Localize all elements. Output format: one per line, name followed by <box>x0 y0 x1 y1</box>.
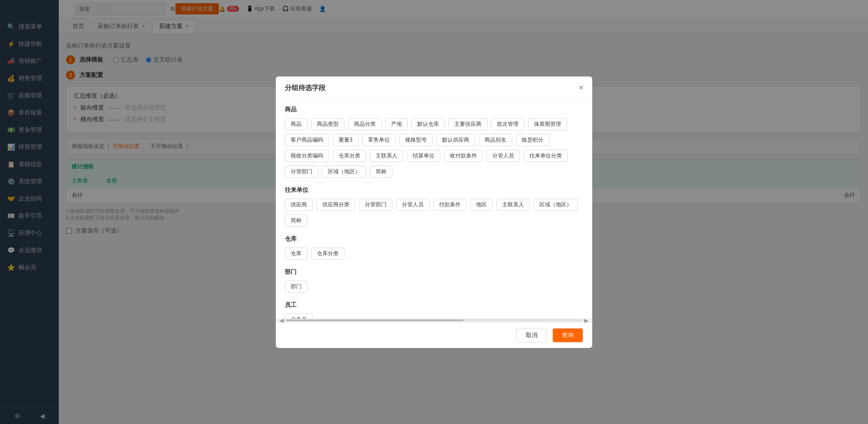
field-tag-goods-20[interactable]: 分管人员 <box>486 150 520 162</box>
field-tag-goods-7[interactable]: 保质期管理 <box>528 118 567 130</box>
modal-title: 分组待选字段 <box>285 84 326 92</box>
section-title-employee: 员工 <box>285 301 583 309</box>
modal-overlay: 分组待选字段 × 商品商品商品类型商品分类产地默认仓库主要供应商批次管理保质期管… <box>0 0 868 424</box>
section-tags-warehouse: 仓库仓库分类 <box>285 248 583 260</box>
field-tag-partner-5[interactable]: 地区 <box>470 199 493 211</box>
field-tag-goods-4[interactable]: 默认仓库 <box>411 118 445 130</box>
modal-header: 分组待选字段 × <box>276 76 592 98</box>
modal-footer: 取消 查询 <box>276 322 592 348</box>
field-tag-goods-21[interactable]: 往来单位分类 <box>524 150 568 162</box>
field-tag-partner-0[interactable]: 供应商 <box>285 199 313 211</box>
section-tags-employee: 业务员 <box>285 314 583 319</box>
field-tag-goods-13[interactable]: 商品别名 <box>479 134 512 146</box>
section-department: 部门部门 <box>285 268 583 293</box>
field-tag-goods-8[interactable]: 客户商品编码 <box>285 134 329 146</box>
section-title-warehouse: 仓库 <box>285 235 583 243</box>
modal-body: 商品商品商品类型商品分类产地默认仓库主要供应商批次管理保质期管理客户商品编码重量… <box>276 98 592 319</box>
cancel-button[interactable]: 取消 <box>516 328 547 343</box>
field-tag-goods-16[interactable]: 仓库分类 <box>333 150 366 162</box>
field-tag-goods-17[interactable]: 主联系人 <box>370 150 403 162</box>
confirm-button[interactable]: 查询 <box>552 328 583 343</box>
modal-horizontal-scrollbar[interactable]: ◀ ▶ <box>276 319 592 322</box>
field-tag-employee-0[interactable]: 业务员 <box>285 314 313 319</box>
section-tags-department: 部门 <box>285 281 583 293</box>
section-warehouse: 仓库仓库仓库分类 <box>285 235 583 260</box>
section-title-department: 部门 <box>285 268 583 276</box>
field-tag-partner-7[interactable]: 区域（地区） <box>533 199 578 211</box>
field-tag-goods-2[interactable]: 商品分类 <box>348 118 382 130</box>
field-tag-goods-15[interactable]: 税收分类编码 <box>285 150 329 162</box>
field-tag-goods-14[interactable]: 炼货积分 <box>516 134 549 146</box>
hscroll-thumb[interactable] <box>286 319 464 321</box>
field-tag-goods-22[interactable]: 分管部门 <box>285 166 318 178</box>
field-tag-goods-12[interactable]: 默认供应商 <box>436 134 475 146</box>
section-title-goods: 商品 <box>285 105 583 114</box>
field-tag-goods-6[interactable]: 批次管理 <box>491 118 524 130</box>
field-tag-goods-24[interactable]: 简称 <box>370 166 392 178</box>
field-tag-goods-5[interactable]: 主要供应商 <box>448 118 487 130</box>
field-tag-goods-0[interactable]: 商品 <box>285 118 307 130</box>
section-goods: 商品商品商品类型商品分类产地默认仓库主要供应商批次管理保质期管理客户商品编码重量… <box>285 105 583 178</box>
field-tag-goods-23[interactable]: 区域（地区） <box>322 166 366 178</box>
field-tag-partner-6[interactable]: 主联系人 <box>496 199 530 211</box>
field-tag-partner-1[interactable]: 供应商分类 <box>316 199 355 211</box>
section-tags-partner: 供应商供应商分类分管部门分管人员付款条件地区主联系人区域（地区）简称 <box>285 199 583 227</box>
field-tag-goods-11[interactable]: 规格型号 <box>399 134 433 146</box>
field-tag-goods-18[interactable]: 结算单位 <box>407 150 440 162</box>
field-tag-goods-3[interactable]: 产地 <box>385 118 408 130</box>
field-tag-partner-8[interactable]: 简称 <box>285 214 307 227</box>
hscroll-track <box>286 319 582 321</box>
field-tag-warehouse-0[interactable]: 仓库 <box>285 248 307 260</box>
field-tag-goods-10[interactable]: 零售单位 <box>362 134 396 146</box>
section-employee: 员工业务员 <box>285 301 583 319</box>
field-tag-goods-9[interactable]: 重量3 <box>333 134 359 146</box>
field-tag-partner-4[interactable]: 付款条件 <box>433 199 467 211</box>
field-tag-partner-2[interactable]: 分管部门 <box>359 199 392 211</box>
modal-close-button[interactable]: × <box>579 84 583 92</box>
field-tag-partner-3[interactable]: 分管人员 <box>396 199 429 211</box>
section-title-partner: 往来单位 <box>285 186 583 194</box>
field-select-modal: 分组待选字段 × 商品商品商品类型商品分类产地默认仓库主要供应商批次管理保质期管… <box>276 76 592 348</box>
field-tag-department-0[interactable]: 部门 <box>285 281 307 293</box>
field-tag-goods-19[interactable]: 收付款条件 <box>444 150 483 162</box>
field-tag-warehouse-1[interactable]: 仓库分类 <box>311 248 344 260</box>
section-tags-goods: 商品商品类型商品分类产地默认仓库主要供应商批次管理保质期管理客户商品编码重量3零… <box>285 118 583 178</box>
field-tag-goods-1[interactable]: 商品类型 <box>311 118 344 130</box>
section-partner: 往来单位供应商供应商分类分管部门分管人员付款条件地区主联系人区域（地区）简称 <box>285 186 583 227</box>
